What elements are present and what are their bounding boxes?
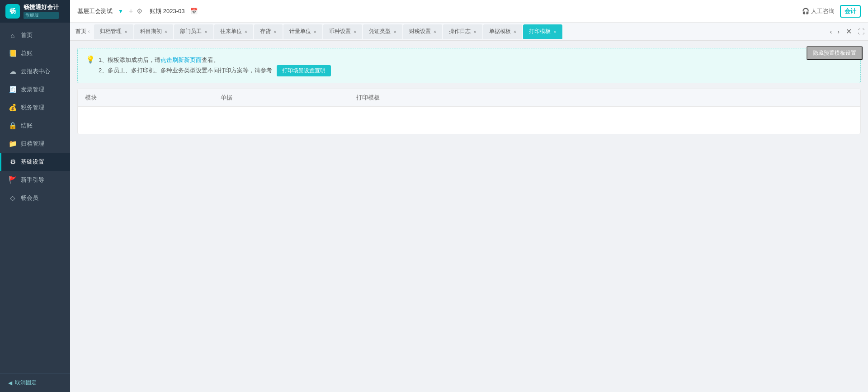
tab-department[interactable]: 部门员工× [174,24,213,39]
tab-close-currency[interactable]: × [354,29,356,34]
sidebar-item-archive[interactable]: 📁 归档管理 [0,135,70,153]
logo-sub: 旗舰版 [24,12,59,19]
service-button[interactable]: 🎧 人工咨询 [802,7,835,15]
sidebar-unpin-icon: ◀ [8,380,12,386]
tab-close-singledoc[interactable]: × [514,29,516,34]
tab-printtemplate[interactable]: 打印模板× [523,24,562,39]
col-template: 打印模板 [349,94,860,102]
tab-close-subject[interactable]: × [165,29,167,34]
sidebar-label-settings: 基础设置 [21,158,44,166]
topbar: 基层工会测试 ▼ + ⚙ 账期 2023-03 📅 🎧 人工咨询 会计 [70,0,868,23]
tab-singledoc[interactable]: 单据模板× [483,24,522,39]
tab-taxsettings[interactable]: 财税设置× [403,24,442,39]
sidebar-label-ledger: 总账 [21,49,33,57]
notice-refresh-link[interactable]: 点击刷新新页面 [160,57,202,63]
sidebar-item-ledger[interactable]: 📒 总账 [0,44,70,62]
sidebar-nav: ⌂ 首页 📒 总账 ☁ 云报表中心 🧾 发票管理 💰 税务管理 🔒 结账 📁 归… [0,23,70,373]
headset-icon: 🎧 [802,8,809,14]
tab-unit[interactable]: 计量单位× [283,24,322,39]
sidebar-icon-guide: 🚩 [8,175,17,184]
company-name: 基层工会测试 [77,7,113,15]
tab-label-oplog: 操作日志 [449,28,471,35]
sidebar-item-home[interactable]: ⌂ 首页 [0,26,70,44]
tab-close-taxsettings[interactable]: × [434,29,436,34]
tab-voucher[interactable]: 凭证类型× [363,24,402,39]
tab-label-currency: 币种设置 [329,28,351,35]
tab-home[interactable]: 首页‹ [72,24,93,39]
tab-close-voucher[interactable]: × [393,29,396,34]
tab-subject[interactable]: 科目期初× [134,24,173,39]
hide-preview-btn[interactable]: 隐藏预置模板设置 [807,46,863,60]
tab-next-icon[interactable]: › [835,27,841,36]
tab-prev-icon[interactable]: ‹ [828,27,834,36]
topbar-right: 🎧 人工咨询 会计 [802,5,861,18]
tab-home-chevron: ‹ [88,29,90,34]
sidebar-item-closing[interactable]: 🔒 结账 [0,117,70,135]
sidebar-label-home: 首页 [21,31,33,39]
tabbar: 首页‹归档管理×科目期初×部门员工×往来单位×存货×计量单位×币种设置×凭证类型… [70,23,868,41]
logo-icon: 畅 [5,4,20,19]
sidebar-icon-invoice: 🧾 [8,85,17,94]
tab-close-department[interactable]: × [204,29,207,34]
tab-expand-icon[interactable]: ⛶ [856,27,866,36]
table-header: 模块 单据 打印模板 [78,89,860,107]
bulb-icon: 💡 [86,55,95,64]
tab-oplog[interactable]: 操作日志× [443,24,482,39]
content-area: 隐藏预置模板设置 💡 1、模板添加成功后，请点击刷新新页面查看。 2、多员工、多… [70,41,868,392]
tab-close-supplier[interactable]: × [245,29,247,34]
sidebar-icon-archive: 📁 [8,139,17,148]
notice-line1-suffix: 查看。 [202,57,219,63]
tab-label-voucher: 凭证类型 [369,28,391,35]
sidebar-item-reports[interactable]: ☁ 云报表中心 [0,62,70,80]
company-settings-icon[interactable]: ⚙ [137,7,142,15]
add-company-icon[interactable]: + [129,7,133,15]
sidebar-footer[interactable]: ◀ 取消固定 [0,373,70,392]
tab-archive[interactable]: 归档管理× [94,24,133,39]
tab-close-unit[interactable]: × [314,29,316,34]
tab-label-subject: 科目期初 [140,28,162,35]
sidebar-icon-tax: 💰 [8,103,17,112]
sidebar-label-archive: 归档管理 [21,140,44,148]
tab-close-inventory[interactable]: × [274,29,276,34]
tab-inventory[interactable]: 存货× [254,24,282,39]
kuaiji-button[interactable]: 会计 [840,5,861,18]
tab-label-archive: 归档管理 [100,28,122,35]
sidebar-icon-member: ◇ [8,194,17,203]
tab-close-printtemplate[interactable]: × [553,29,556,34]
tab-label-department: 部门员工 [180,28,202,35]
sidebar-item-tax[interactable]: 💰 税务管理 [0,99,70,117]
data-table: 模块 单据 打印模板 [77,89,861,134]
notice-line1: 1、模板添加成功后，请点击刷新新页面查看。 [99,55,331,65]
sidebar-item-settings[interactable]: ⚙ 基础设置 [0,153,70,171]
sidebar-label-closing: 结账 [21,122,33,130]
tab-close-oplog[interactable]: × [473,29,476,34]
sidebar-label-invoice: 发票管理 [21,85,44,94]
print-scene-btn[interactable]: 打印场景设置宣明 [277,65,331,76]
tab-label-taxsettings: 财税设置 [409,28,431,35]
calendar-icon[interactable]: 📅 [190,8,198,14]
sidebar-icon-closing: 🔒 [8,121,17,130]
sidebar-item-member[interactable]: ◇ 畅会员 [0,189,70,207]
notice-text: 1、模板添加成功后，请点击刷新新页面查看。 2、多员工、多打印机、多种业务类型设… [99,55,331,76]
company-dropdown-icon[interactable]: ▼ [118,8,123,14]
tab-label-unit: 计量单位 [289,28,311,35]
sidebar-item-invoice[interactable]: 🧾 发票管理 [0,80,70,99]
tabbar-nav: ‹ › ✕ ⛶ [828,26,866,37]
logo-area: 畅 畅捷通好会计 旗舰版 [0,0,70,23]
tab-supplier[interactable]: 往来单位× [214,24,253,39]
tab-close-archive[interactable]: × [124,29,127,34]
tab-label-supplier: 往来单位 [220,28,242,35]
sidebar-icon-reports: ☁ [8,67,17,76]
tab-close-all-icon[interactable]: ✕ [843,26,854,37]
tab-currency[interactable]: 币种设置× [323,24,362,39]
sidebar: 畅 畅捷通好会计 旗舰版 ⌂ 首页 📒 总账 ☁ 云报表中心 🧾 发票管理 💰 … [0,0,70,392]
sidebar-icon-settings: ⚙ [8,157,17,166]
notice-box: 💡 1、模板添加成功后，请点击刷新新页面查看。 2、多员工、多打印机、多种业务类… [77,48,861,83]
service-label: 人工咨询 [811,7,835,15]
sidebar-item-guide[interactable]: 🚩 新手引导 [0,171,70,189]
sidebar-label-guide: 新手引导 [21,176,44,184]
tab-label-home: 首页 [75,28,86,35]
tab-label-printtemplate: 打印模板 [529,28,551,35]
notice-row: 💡 1、模板添加成功后，请点击刷新新页面查看。 2、多员工、多打印机、多种业务类… [86,55,852,76]
tab-label-singledoc: 单据模板 [489,28,511,35]
